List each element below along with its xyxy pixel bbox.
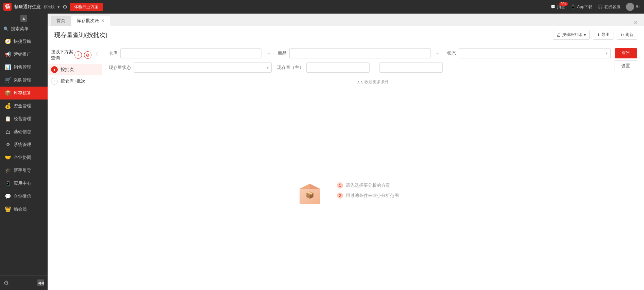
online-service-item[interactable]: 🎧 在线客服: [598, 4, 621, 10]
sidebar-scroll-up[interactable]: ▲: [20, 15, 27, 22]
sidebar-item-label: 快捷导航: [14, 38, 31, 44]
sidebar-item-label: 系统管理: [14, 142, 31, 148]
tab-close-all: ✕: [631, 19, 641, 26]
newbie-icon: 🎓: [5, 167, 11, 174]
sidebar-item-newbie[interactable]: 🎓 新手引导: [0, 164, 48, 177]
export-btn[interactable]: ⬆ 导出: [593, 30, 613, 40]
filter-settings-btn[interactable]: 设置: [614, 60, 637, 71]
dropdown-icon[interactable]: ▾: [57, 4, 60, 10]
filter-panel: 按以下方案查询 + ⚙ 《 ● 按批次 ○ 按仓库+批次: [48, 44, 644, 91]
scheme-settings-btn[interactable]: ⚙: [84, 51, 91, 59]
app-logo: 畅: [3, 3, 12, 11]
marketing-icon: 📢: [5, 51, 11, 57]
experience-btn[interactable]: 体验行业方案: [70, 3, 103, 11]
stock-status-dropdown-icon: ▾: [267, 65, 269, 70]
svg-marker-2: [310, 184, 320, 189]
stock-qty-to-input[interactable]: [379, 62, 443, 73]
close-all-icon[interactable]: ✕: [631, 19, 641, 26]
refresh-btn[interactable]: ↻ 刷新: [617, 30, 637, 40]
tab-close-icon[interactable]: ✕: [101, 18, 104, 23]
warehouse-more-btn[interactable]: ···: [264, 49, 272, 57]
page-content: 现存量查询(按批次) 🖨 按模板打印 ▾ ⬆ 导出 ↻ 刷新: [48, 26, 644, 290]
header-left: 畅 畅康通好生意 标准版 ▾ ⚙ 体验行业方案: [3, 3, 103, 11]
add-scheme-btn[interactable]: +: [74, 51, 82, 59]
quick-nav-icon: 🧭: [5, 38, 11, 44]
scheme-header-icons: + ⚙ 《: [74, 51, 98, 59]
sidebar-item-sales[interactable]: 📊 销售管理: [0, 61, 48, 74]
product-more-btn[interactable]: ···: [434, 49, 442, 57]
stock-status-select[interactable]: ▾: [134, 62, 272, 73]
user-name: Rit: [635, 4, 641, 9]
query-btn[interactable]: 查询: [615, 48, 637, 58]
sidebar-item-operation[interactable]: 📋 经营管理: [0, 112, 48, 125]
sidebar-item-enterprise[interactable]: 🤝 企业协同: [0, 151, 48, 164]
refresh-icon: ↻: [621, 33, 624, 37]
filter-group-warehouse: 仓库 ···: [109, 48, 272, 58]
sidebar-item-inventory[interactable]: 📦 库存核算: [0, 87, 48, 99]
svg-marker-1: [300, 184, 310, 189]
collapse-scheme-btn[interactable]: 《: [94, 51, 98, 59]
status-label: 状态: [447, 50, 456, 56]
empty-tip-1: 1 请先选择要分析的方案: [337, 182, 399, 188]
app-download-item[interactable]: 📱 App下载: [571, 4, 592, 10]
sidebar-item-label: 库存核算: [14, 90, 31, 96]
wechat-icon: 💬: [5, 193, 11, 199]
status-dropdown-icon: ▾: [606, 51, 608, 56]
scheme-title: 按以下方案查询: [51, 49, 74, 61]
system-icon: ⚙: [5, 142, 11, 148]
sidebar-item-label: 采购管理: [14, 77, 31, 83]
app-download-label: App下载: [577, 4, 592, 10]
product-input[interactable]: [289, 48, 430, 58]
page-actions: 🖨 按模板打印 ▾ ⬆ 导出 ↻ 刷新: [553, 30, 637, 40]
tip-2-text: 用过滤条件来缩小分析范围: [346, 193, 399, 199]
sidebar-item-label: 销售管理: [14, 64, 31, 70]
filter-main-fields: 仓库 ··· 商品 ··· 状态: [109, 48, 611, 77]
sidebar-item-marketing[interactable]: 📢 营销推广: [0, 48, 48, 61]
collapse-more-label: 收起更多条件: [365, 79, 389, 85]
sidebar-item-member[interactable]: 👑 畅会员: [0, 203, 48, 216]
sidebar-item-system[interactable]: ⚙ 系统管理: [0, 138, 48, 151]
print-btn[interactable]: 🖨 按模板打印 ▾: [553, 30, 590, 40]
finance-icon: 💰: [5, 103, 11, 109]
collapse-more-btn[interactable]: ∧∧ 收起更多条件: [116, 77, 630, 87]
sidebar-item-basic[interactable]: 🗂 基础信息: [0, 125, 48, 138]
tab-home[interactable]: 首页: [51, 16, 71, 26]
scheme-by-batch-label: 按批次: [61, 67, 74, 73]
sidebar-scroll-down[interactable]: ◀◀: [37, 279, 44, 286]
basic-icon: 🗂: [5, 129, 11, 135]
tab-inventory-batch[interactable]: 库存批次账 ✕: [71, 16, 110, 26]
scheme-by-warehouse-batch[interactable]: ○ 按仓库+批次: [48, 75, 102, 87]
page-header: 现存量查询(按批次) 🖨 按模板打印 ▾ ⬆ 导出 ↻ 刷新: [48, 26, 644, 44]
sidebar-item-label: 资金管理: [14, 103, 31, 109]
warehouse-label: 仓库: [109, 50, 118, 56]
warehouse-input[interactable]: [120, 48, 261, 58]
scheme-by-batch[interactable]: ● 按批次: [48, 64, 102, 75]
filter-group-product: 商品 ···: [278, 48, 441, 58]
tab-inventory-batch-label: 库存批次账: [77, 18, 99, 24]
status-select[interactable]: ▾: [459, 48, 611, 58]
tip-num-2: 2: [337, 193, 343, 199]
stock-qty-from-input[interactable]: [306, 62, 370, 73]
range-separator: —: [372, 65, 377, 70]
svg-text:📦: 📦: [306, 191, 314, 199]
empty-state-content: 📦 1 请先选择要分析的方案 2 用过滤条件来缩小分析范围: [293, 174, 399, 207]
sidebar-item-label: 新手引导: [14, 167, 31, 174]
message-icon: 💬: [550, 4, 556, 9]
empty-state: 📦 1 请先选择要分析的方案 2 用过滤条件来缩小分析范围: [48, 91, 644, 290]
sidebar-item-quick-nav[interactable]: 🧭 快捷导航: [0, 35, 48, 48]
sidebar-item-finance[interactable]: 💰 资金管理: [0, 99, 48, 112]
product-label: 商品: [278, 50, 287, 56]
page-title: 现存量查询(按批次): [54, 31, 107, 39]
messages-item[interactable]: 💬 消息 99+: [550, 4, 565, 10]
sidebar-item-wechat[interactable]: 💬 企业微信: [0, 190, 48, 203]
sidebar-settings-icon[interactable]: ⚙: [3, 279, 9, 287]
app-center-icon: 📱: [5, 180, 11, 186]
sidebar-item-purchase[interactable]: 🛒 采购管理: [0, 74, 48, 87]
header-settings-icon[interactable]: ⚙: [63, 4, 67, 10]
empty-tip-2: 2 用过滤条件来缩小分析范围: [337, 193, 399, 199]
sidebar-item-app-center[interactable]: 📱 应用中心: [0, 177, 48, 190]
sidebar-item-label: 经营管理: [14, 116, 31, 122]
user-avatar-item[interactable]: Rit: [626, 3, 641, 11]
member-icon: 👑: [5, 206, 11, 212]
sidebar-search[interactable]: 🔍 搜索菜单: [0, 23, 48, 35]
